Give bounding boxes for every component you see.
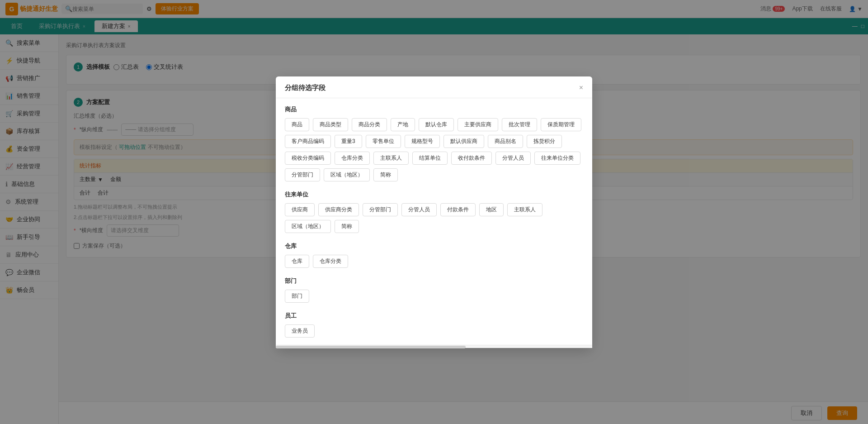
- field-tag[interactable]: 区域（地区）: [324, 168, 370, 181]
- section-name-仓库: 仓库: [285, 242, 583, 250]
- field-tag[interactable]: 默认仓库: [419, 118, 454, 131]
- field-tag[interactable]: 商品: [285, 118, 309, 131]
- field-tag[interactable]: 分管部门: [363, 203, 398, 216]
- field-tag[interactable]: 商品类型: [313, 118, 348, 131]
- field-tag[interactable]: 拣货积分: [527, 135, 562, 148]
- modal-header: 分组待选字段 ×: [276, 76, 592, 98]
- field-tag[interactable]: 零售单位: [366, 135, 401, 148]
- section-name-往来单位: 往来单位: [285, 191, 583, 199]
- field-tags-往来单位: 供应商供应商分类分管部门分管人员付款条件地区主联系人区域（地区）简称: [285, 203, 583, 233]
- field-tag[interactable]: 客户商品编码: [285, 135, 331, 148]
- field-section-往来单位: 往来单位供应商供应商分类分管部门分管人员付款条件地区主联系人区域（地区）简称: [285, 191, 583, 233]
- field-tags-部门: 部门: [285, 290, 583, 303]
- field-tag[interactable]: 仓库分类: [335, 152, 370, 165]
- field-tag[interactable]: 付款条件: [440, 203, 476, 216]
- field-tags-仓库: 仓库仓库分类: [285, 255, 583, 268]
- field-tag[interactable]: 商品分类: [352, 118, 387, 131]
- modal-title: 分组待选字段: [285, 84, 326, 92]
- modal-overlay[interactable]: 分组待选字段 × 商品商品商品类型商品分类产地默认仓库主要供应商批次管理保质期管…: [0, 0, 868, 424]
- field-tags-员工: 业务员: [285, 324, 583, 338]
- field-select-modal: 分组待选字段 × 商品商品商品类型商品分类产地默认仓库主要供应商批次管理保质期管…: [276, 76, 592, 348]
- field-tag[interactable]: 分管人员: [401, 203, 437, 216]
- field-tag[interactable]: 业务员: [285, 324, 315, 338]
- field-tag[interactable]: 往来单位分类: [534, 152, 580, 165]
- section-name-商品: 商品: [285, 105, 583, 114]
- field-tag[interactable]: 产地: [391, 118, 415, 131]
- field-tag[interactable]: 主要供应商: [458, 118, 498, 131]
- field-tag[interactable]: 主联系人: [507, 203, 542, 216]
- field-tag[interactable]: 简称: [373, 168, 398, 181]
- field-tag[interactable]: 仓库: [285, 255, 309, 268]
- field-tag[interactable]: 分管部门: [285, 168, 320, 181]
- field-tag[interactable]: 规格型号: [405, 135, 440, 148]
- modal-horizontal-scrollbar[interactable]: [276, 345, 592, 348]
- field-tag[interactable]: 地区: [479, 203, 504, 216]
- field-tag[interactable]: 供应商分类: [318, 203, 359, 216]
- modal-body: 商品商品商品类型商品分类产地默认仓库主要供应商批次管理保质期管理客户商品编码重量…: [276, 98, 592, 345]
- field-tags-商品: 商品商品类型商品分类产地默认仓库主要供应商批次管理保质期管理客户商品编码重量3零…: [285, 118, 583, 181]
- field-section-仓库: 仓库仓库仓库分类: [285, 242, 583, 268]
- field-tag[interactable]: 结算单位: [412, 152, 448, 165]
- field-section-商品: 商品商品商品类型商品分类产地默认仓库主要供应商批次管理保质期管理客户商品编码重量…: [285, 105, 583, 181]
- field-tag[interactable]: 收付款条件: [451, 152, 492, 165]
- field-section-部门: 部门部门: [285, 277, 583, 303]
- modal-close-button[interactable]: ×: [579, 84, 583, 92]
- modal-hscroll-thumb: [276, 346, 466, 348]
- section-name-部门: 部门: [285, 277, 583, 285]
- field-tag[interactable]: 默认供应商: [443, 135, 484, 148]
- field-section-员工: 员工业务员: [285, 312, 583, 338]
- field-tag[interactable]: 主联系人: [373, 152, 409, 165]
- field-tag[interactable]: 重量3: [335, 135, 362, 148]
- field-tag[interactable]: 部门: [285, 290, 309, 303]
- field-tag[interactable]: 简称: [335, 220, 359, 233]
- field-tag[interactable]: 区域（地区）: [285, 220, 331, 233]
- field-tag[interactable]: 商品别名: [488, 135, 523, 148]
- section-name-员工: 员工: [285, 312, 583, 320]
- field-tag[interactable]: 分管人员: [495, 152, 531, 165]
- field-tag[interactable]: 仓库分类: [313, 255, 348, 268]
- field-tag[interactable]: 税收分类编码: [285, 152, 331, 165]
- field-tag[interactable]: 保质期管理: [541, 118, 581, 131]
- field-tag[interactable]: 批次管理: [502, 118, 537, 131]
- field-tag[interactable]: 供应商: [285, 203, 315, 216]
